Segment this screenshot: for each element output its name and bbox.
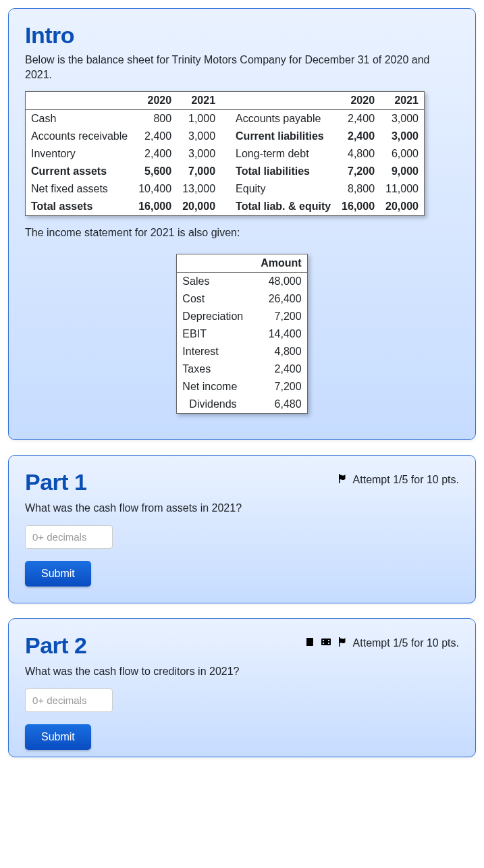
intro-text: Below is the balance sheet for Trinity M…	[25, 53, 459, 83]
table-row: Total assets16,00020,000Total liab. & eq…	[26, 198, 425, 216]
bs-header-y2-right: 2021	[380, 91, 424, 109]
video-icon[interactable]	[321, 636, 331, 650]
table-row: Cost26,400	[177, 290, 307, 308]
income-intro-text: The income statement for 2021 is also gi…	[25, 225, 459, 240]
svg-rect-4	[328, 640, 329, 641]
table-row: Interest4,800	[177, 343, 307, 360]
part1-attempt-row: Attempt 1/5 for 10 pts.	[337, 473, 459, 487]
part2-card: Part 2 Attempt 1/5 for 10 pts. What was …	[8, 618, 476, 757]
income-header: Amount	[255, 254, 307, 273]
table-row: Taxes2,400	[177, 360, 307, 378]
table-row: EBIT14,400	[177, 325, 307, 343]
part1-card: Part 1 Attempt 1/5 for 10 pts. What was …	[8, 455, 476, 603]
bs-header-y1-left: 2020	[133, 91, 177, 109]
table-row: Current assets5,6007,000Total liabilitie…	[26, 163, 425, 180]
balance-sheet-table: 2020 2021 2020 2021 Cash8001,000Accounts…	[25, 91, 425, 216]
table-row: Accounts receivable2,4003,000Current lia…	[26, 128, 425, 145]
intro-card: Intro Below is the balance sheet for Tri…	[8, 8, 476, 440]
part2-answer-input[interactable]	[25, 688, 113, 712]
intro-title: Intro	[25, 22, 459, 49]
book-icon[interactable]	[304, 636, 315, 650]
flag-icon[interactable]	[337, 473, 348, 487]
income-statement-table: Amount Sales48,000Cost26,400Depreciation…	[176, 254, 307, 414]
table-row: Sales48,000	[177, 273, 307, 291]
table-row: Cash8001,000Accounts payable2,4003,000	[26, 109, 425, 128]
part2-submit-button[interactable]: Submit	[25, 724, 91, 750]
svg-rect-5	[328, 643, 329, 644]
table-row: Net fixed assets10,40013,000Equity8,8001…	[26, 180, 425, 198]
bs-header-y1-right: 2020	[336, 91, 380, 109]
svg-rect-0	[307, 639, 313, 645]
part2-attempt-row: Attempt 1/5 for 10 pts.	[304, 636, 459, 650]
part2-question: What was the cash flow to creditors in 2…	[25, 666, 459, 678]
part1-question: What was the cash flow from assets in 20…	[25, 502, 459, 514]
table-row: Inventory2,4003,000Long-term debt4,8006,…	[26, 145, 425, 163]
table-row: Net income7,200	[177, 378, 307, 396]
bs-header-y2-left: 2021	[177, 91, 221, 109]
part1-attempt-text: Attempt 1/5 for 10 pts.	[353, 474, 459, 486]
svg-rect-2	[323, 640, 324, 641]
table-row: Depreciation7,200	[177, 308, 307, 325]
part1-submit-button[interactable]: Submit	[25, 561, 91, 587]
flag-icon[interactable]	[337, 636, 348, 650]
part2-attempt-text: Attempt 1/5 for 10 pts.	[353, 637, 459, 649]
table-row: Dividends6,480	[177, 396, 307, 414]
part1-answer-input[interactable]	[25, 525, 113, 549]
svg-rect-1	[321, 639, 331, 645]
part2-title: Part 2	[25, 632, 87, 659]
part1-title: Part 1	[25, 469, 87, 495]
svg-rect-3	[323, 643, 324, 644]
